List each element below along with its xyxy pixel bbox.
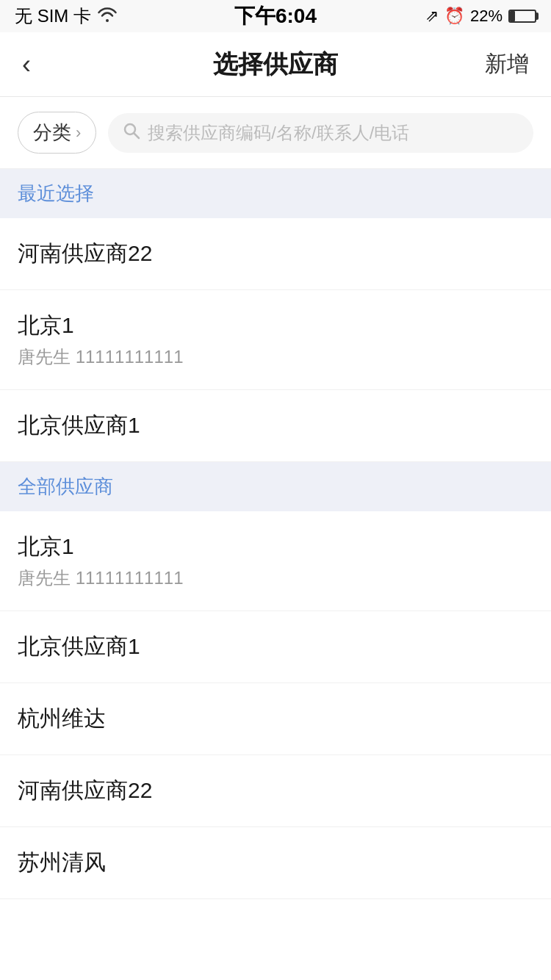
list-item[interactable]: 杭州维达 xyxy=(0,683,551,755)
location-icon: ⇗ xyxy=(425,7,439,26)
wifi-icon xyxy=(97,6,118,26)
recent-section-title: 最近选择 xyxy=(18,182,94,204)
battery-icon xyxy=(508,10,536,23)
list-item[interactable]: 北京供应商1 xyxy=(0,390,551,462)
all-section-header: 全部供应商 xyxy=(0,462,551,511)
item-name: 河南供应商22 xyxy=(18,239,533,269)
item-detail: 唐先生 11111111111 xyxy=(18,566,533,590)
filter-bar: 分类 › xyxy=(0,97,551,169)
svg-line-1 xyxy=(134,133,140,138)
category-button[interactable]: 分类 › xyxy=(18,112,96,154)
recent-list: 河南供应商22 北京1 唐先生 11111111111 北京供应商1 xyxy=(0,218,551,462)
search-icon xyxy=(123,122,140,144)
recent-section-header: 最近选择 xyxy=(0,169,551,218)
status-time: 下午6:04 xyxy=(234,2,317,30)
item-name: 北京供应商1 xyxy=(18,632,533,662)
list-item[interactable]: 北京1 唐先生 11111111111 xyxy=(0,290,551,390)
item-name: 北京供应商1 xyxy=(18,411,533,441)
item-name: 北京1 xyxy=(18,311,533,341)
battery-label: 22% xyxy=(470,7,503,26)
nav-bar: ‹ 选择供应商 新增 xyxy=(0,32,551,97)
add-button[interactable]: 新增 xyxy=(485,49,529,79)
category-label: 分类 xyxy=(33,120,71,145)
chevron-right-icon: › xyxy=(76,123,81,143)
carrier-label: 无 SIM 卡 xyxy=(15,4,91,28)
search-input[interactable] xyxy=(148,123,519,143)
all-list: 北京1 唐先生 11111111111 北京供应商1杭州维达河南供应商22苏州清… xyxy=(0,511,551,899)
item-name: 北京1 xyxy=(18,532,533,562)
list-item[interactable]: 河南供应商22 xyxy=(0,218,551,290)
back-button[interactable]: ‹ xyxy=(22,49,66,80)
list-item[interactable]: 北京1 唐先生 11111111111 xyxy=(0,511,551,611)
status-left: 无 SIM 卡 xyxy=(15,4,118,28)
item-name: 苏州清风 xyxy=(18,848,533,878)
item-detail: 唐先生 11111111111 xyxy=(18,345,533,369)
status-right: ⇗ ⏰ 22% xyxy=(425,7,536,26)
list-item[interactable]: 苏州清风 xyxy=(0,827,551,899)
status-bar: 无 SIM 卡 下午6:04 ⇗ ⏰ 22% xyxy=(0,0,551,32)
page-title: 选择供应商 xyxy=(213,48,338,82)
item-name: 杭州维达 xyxy=(18,704,533,734)
all-section-title: 全部供应商 xyxy=(18,475,113,497)
alarm-icon: ⏰ xyxy=(444,7,464,26)
list-item[interactable]: 河南供应商22 xyxy=(0,755,551,827)
search-box xyxy=(108,113,533,153)
list-item[interactable]: 北京供应商1 xyxy=(0,611,551,683)
item-name: 河南供应商22 xyxy=(18,776,533,806)
